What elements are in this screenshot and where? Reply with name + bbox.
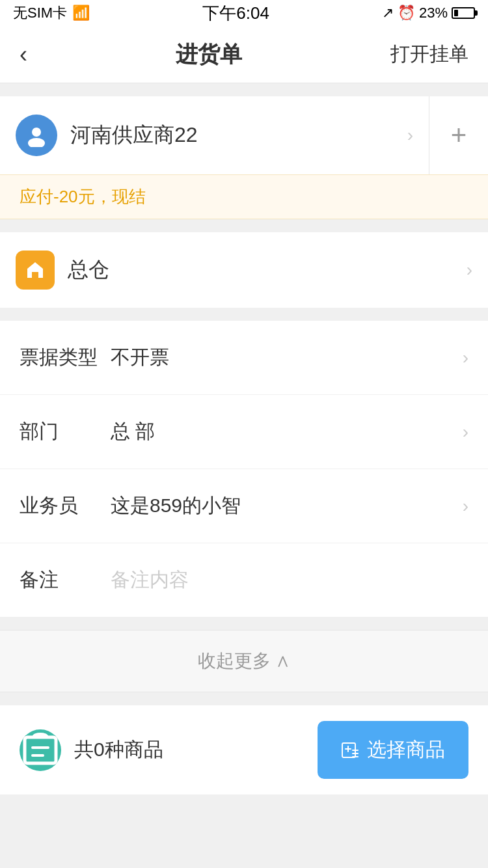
status-time: 下午6:04 (202, 2, 269, 25)
warehouse-icon (16, 251, 55, 290)
product-count: 共0种商品 (74, 737, 318, 763)
collapse-label: 收起更多 ∧ (198, 649, 291, 673)
salesperson-value: 这是859的小智 (111, 493, 456, 519)
invoice-type-row[interactable]: 票据类型 不开票 › (0, 321, 488, 395)
status-bar: 无SIM卡 📶 下午6:04 ↗ ⏰ 23% (0, 0, 488, 26)
select-product-label: 选择商品 (367, 737, 445, 763)
section-gap-1 (0, 83, 488, 96)
add-supplier-button[interactable]: + (429, 120, 488, 151)
svg-point-1 (28, 138, 45, 147)
notice-bar: 应付-20元，现结 (0, 174, 488, 219)
supplier-avatar (16, 115, 57, 156)
add-product-icon (341, 740, 360, 760)
department-value: 总 部 (111, 418, 456, 445)
wifi-icon: 📶 (72, 5, 90, 21)
warehouse-name: 总仓 (68, 256, 460, 284)
bottom-bar: 共0种商品 选择商品 (0, 705, 488, 794)
svg-rect-3 (25, 737, 56, 763)
collapse-row[interactable]: 收起更多 ∧ (0, 630, 488, 692)
remark-label: 备注 (20, 567, 98, 593)
cart-icon (20, 729, 61, 771)
svg-point-0 (32, 128, 41, 137)
department-label: 部门 (20, 418, 98, 445)
invoice-type-value: 不开票 (111, 344, 456, 371)
battery-icon (452, 7, 475, 19)
chevron-right-icon: › (467, 260, 472, 280)
salesperson-row[interactable]: 业务员 这是859的小智 › (0, 469, 488, 543)
warehouse-section[interactable]: 总仓 › (0, 232, 488, 308)
nav-bar: ‹ 进货单 打开挂单 (0, 26, 488, 83)
supplier-name: 河南供应商22 (70, 121, 401, 150)
supplier-selector[interactable]: 河南供应商22 › (0, 96, 429, 174)
notice-text: 应付-20元，现结 (20, 187, 146, 206)
carrier-label: 无SIM卡 (13, 3, 67, 23)
chevron-right-icon: › (463, 496, 468, 517)
invoice-type-label: 票据类型 (20, 344, 98, 371)
select-product-button[interactable]: 选择商品 (318, 721, 468, 779)
home-icon (25, 260, 46, 280)
svg-rect-2 (32, 272, 38, 278)
remark-input[interactable]: 备注内容 (111, 567, 468, 593)
person-icon (25, 124, 48, 147)
chevron-right-icon: › (407, 125, 413, 146)
chevron-right-icon: › (463, 347, 468, 368)
back-button[interactable]: ‹ (20, 41, 27, 68)
remark-row[interactable]: 备注 备注内容 (0, 543, 488, 617)
product-icon (20, 729, 61, 771)
location-icon: ↗ (382, 5, 394, 21)
status-left: 无SIM卡 📶 (13, 3, 90, 23)
page-title: 进货单 (176, 40, 242, 70)
department-row[interactable]: 部门 总 部 › (0, 395, 488, 469)
battery-label: 23% (419, 5, 448, 21)
status-right: ↗ ⏰ 23% (382, 5, 475, 21)
form-section: 票据类型 不开票 › 部门 总 部 › 业务员 这是859的小智 › 备注 备注… (0, 321, 488, 617)
open-hang-button[interactable]: 打开挂单 (390, 41, 468, 68)
salesperson-label: 业务员 (20, 493, 98, 519)
chevron-right-icon: › (463, 422, 468, 442)
supplier-section: 河南供应商22 › + (0, 96, 488, 174)
alarm-icon: ⏰ (398, 5, 415, 21)
